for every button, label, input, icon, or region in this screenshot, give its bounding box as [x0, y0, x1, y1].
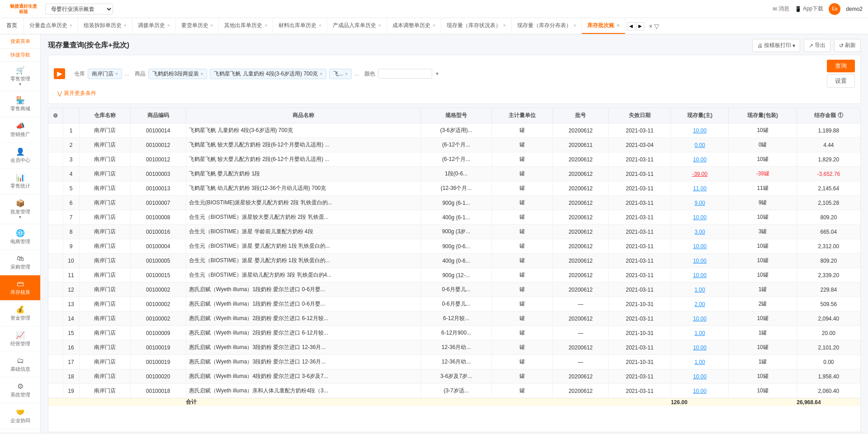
cell-stock-main[interactable]: 2.00 — [671, 297, 729, 311]
cell-stock-main[interactable]: 10.00 — [671, 210, 729, 225]
sidebar-item-retail-stats[interactable]: 📊 零售统计 — [0, 169, 40, 194]
tab-scroll-left[interactable]: ◀ — [627, 22, 635, 30]
industry-selector[interactable]: 母婴行业演示账套 — [45, 4, 113, 14]
export-button[interactable]: ↗ 导出 — [804, 39, 830, 52]
tab-fenku[interactable]: 分量盘点单历史 × — [24, 18, 78, 34]
cell-stock-pkg: 10罐 — [729, 311, 797, 326]
close-tab-yaohuo[interactable]: × — [211, 23, 213, 28]
cell-index: 1 — [63, 123, 79, 138]
cell-stock-main[interactable]: 10.00 — [671, 311, 729, 326]
sidebar-item-member[interactable]: 👤 会员中心 — [0, 143, 40, 169]
cell-stock-main[interactable]: 0.00 — [671, 138, 729, 152]
sidebar-search[interactable]: 搜索英单 — [0, 34, 40, 49]
avatar[interactable]: Ea — [829, 3, 840, 15]
product-tag-1[interactable]: 飞鹤奶粉3段两提装 × — [148, 69, 208, 79]
product-tag-3[interactable]: 飞... × — [329, 69, 352, 79]
cell-stock-main[interactable]: 11.00 — [671, 181, 729, 196]
cell-stock-main[interactable]: 1.00 — [671, 326, 729, 340]
sidebar-item-wholesale[interactable]: 📦 批发管理 ▼ — [0, 194, 40, 224]
product-more[interactable]: ... — [354, 71, 359, 77]
product-tag-1-close[interactable]: × — [201, 71, 203, 76]
print-button[interactable]: 🖨 按模板打印 ▾ — [752, 39, 800, 52]
tab-cailiao[interactable]: 材料出库单历史 × — [273, 18, 327, 34]
tab-zuhe[interactable]: 组装拆卸单历史 × — [78, 18, 132, 34]
tab-menu[interactable]: ▽ — [654, 23, 659, 30]
product-tag-2[interactable]: 飞鹤星飞帆 儿童奶粉 4段(3-6岁适用) 700克 × — [210, 69, 326, 79]
cell-stock-pkg: 10罐 — [729, 210, 797, 225]
sidebar-item-corp[interactable]: 🤝 企业协同 — [0, 403, 40, 429]
tab-tiaobo[interactable]: 调拨单历史 × — [132, 18, 176, 34]
cell-stock-main[interactable]: 10.00 — [671, 254, 729, 268]
cell-spec: 400g (0-6... — [421, 254, 491, 268]
message-button[interactable]: ✉ 消息 — [773, 5, 789, 13]
tab-xianzaipk[interactable]: 现存量（库存状况表） × — [441, 18, 512, 34]
cell-settings — [48, 254, 63, 268]
warehouse-more[interactable]: ... — [125, 71, 129, 77]
cell-stock-main[interactable]: 1.00 — [671, 355, 729, 369]
cell-stock-pkg: 11罐 — [729, 181, 797, 196]
cell-stock-main[interactable]: 1.00 — [671, 283, 729, 297]
refresh-button[interactable]: ↺ 刷新 — [834, 39, 861, 52]
cell-stock-main[interactable]: 10.00 — [671, 369, 729, 384]
setting-button[interactable]: 设置 — [827, 74, 855, 88]
cell-stock-main[interactable]: -39.00 — [671, 167, 729, 181]
tab-chanpin[interactable]: 产成品入库单历史 × — [327, 18, 387, 34]
sidebar-item-finance[interactable]: 💰 资金管理 — [0, 301, 40, 326]
warehouse-filter: 仓库 南岸门店 × ... — [74, 69, 129, 79]
close-tab-qitachu[interactable]: × — [264, 23, 267, 28]
tab-yaohuo[interactable]: 要货单历史 × — [176, 18, 219, 34]
sidebar-item-purchase[interactable]: 🛍 采购管理 — [0, 250, 40, 275]
cell-stock-main[interactable]: 9.00 — [671, 196, 729, 210]
sidebar-item-marketing[interactable]: 📣 营销推广 — [0, 117, 40, 143]
close-tab-zuhe[interactable]: × — [124, 23, 127, 28]
sidebar-item-basic[interactable]: 🗂 基础信息 — [0, 352, 40, 377]
expand-more-conditions[interactable]: ⋁ 展开更多条件 — [54, 88, 855, 99]
sidebar-item-retail-shop[interactable]: 🏪 零售商城 — [0, 91, 40, 117]
tab-pici[interactable]: 库存批次账 × — [582, 18, 625, 34]
tab-close-all[interactable]: × — [649, 23, 652, 30]
product-tag-2-close[interactable]: × — [320, 71, 322, 76]
sidebar-item-system[interactable]: ⚙ 系统管理 — [0, 377, 40, 403]
close-tab-cailiao[interactable]: × — [319, 23, 321, 28]
tab-chengben[interactable]: 成本调整单历史 × — [387, 18, 441, 34]
close-tab-xianzaipk[interactable]: × — [503, 23, 506, 28]
cell-stock-main[interactable]: 10.00 — [671, 152, 729, 167]
cell-batch: 20200612 — [553, 181, 609, 196]
close-tab-tiaobo[interactable]: × — [167, 23, 170, 28]
tab-scroll-right[interactable]: ▶ — [636, 22, 644, 30]
tab-qitachu[interactable]: 其他出库单历史 × — [219, 18, 273, 34]
warehouse-tag-close[interactable]: × — [115, 71, 118, 76]
cell-stock-main[interactable]: 10.00 — [671, 268, 729, 283]
filter-collapse-arrow[interactable]: ▶ — [54, 68, 65, 79]
tab-xianzaifb[interactable]: 现存量（库存分布表） × — [512, 18, 582, 34]
print-icon: 🖨 — [757, 42, 763, 49]
close-tab-pici[interactable]: × — [617, 23, 619, 28]
cell-stock-main[interactable]: 10.00 — [671, 239, 729, 254]
cell-name: 惠氏启赋（Wyeth illuma）2段奶粉 爱尔兰进口 6-12月较... — [186, 326, 420, 340]
close-tab-chengben[interactable]: × — [433, 23, 435, 28]
close-tab-fenku[interactable]: × — [70, 23, 72, 28]
sidebar-quick-nav[interactable]: 快捷导航 — [0, 49, 40, 61]
cell-balance: 4.44 — [797, 138, 860, 152]
close-tab-chanpin[interactable]: × — [378, 23, 381, 28]
product-tag-3-close[interactable]: × — [345, 71, 348, 76]
cell-stock-main[interactable]: 3.00 — [671, 225, 729, 239]
cell-stock-main[interactable]: 10.00 — [671, 340, 729, 355]
col-settings[interactable]: ⚙ — [48, 108, 63, 123]
sidebar-item-inventory[interactable]: 🗃 库存核算 — [0, 275, 40, 301]
sidebar-item-guide[interactable]: 🌟 新手引导 — [0, 429, 40, 432]
tab-home[interactable]: 首页 — [0, 18, 24, 34]
warehouse-tag[interactable]: 南岸门店 × — [88, 69, 122, 79]
sidebar-item-ecommerce[interactable]: 🌐 电商管理 — [0, 224, 40, 250]
query-button[interactable]: 查询 — [827, 60, 855, 72]
app-download-button[interactable]: 📱 App下载 — [795, 5, 823, 13]
username[interactable]: demo2 — [846, 6, 863, 12]
sidebar-item-ops[interactable]: 📈 经营管理 — [0, 326, 40, 352]
cell-stock-main[interactable]: 10.00 — [671, 123, 729, 138]
cell-stock-main[interactable]: 10.00 — [671, 384, 729, 398]
sidebar-item-retail-mgmt[interactable]: 🛒 零售管理 ▼ — [0, 61, 40, 91]
close-tab-xianzaifb[interactable]: × — [574, 23, 576, 28]
cell-batch: 20200612 — [553, 311, 609, 326]
color-dropdown-icon[interactable]: ▾ — [436, 71, 439, 77]
color-input[interactable] — [378, 69, 432, 79]
